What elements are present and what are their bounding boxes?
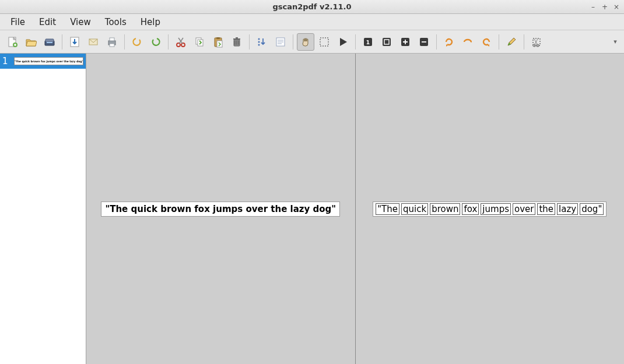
paste-button[interactable] <box>209 33 227 51</box>
zoom-in-button[interactable] <box>397 33 414 51</box>
ocr-layer: "Thequickbrownfoxjumpsoverthelazydog" <box>373 202 607 217</box>
rotate-cw-button[interactable] <box>440 33 458 51</box>
rotate-180-button[interactable] <box>459 33 476 51</box>
svg-point-10 <box>177 43 180 47</box>
zoom-fit-button[interactable] <box>378 33 395 51</box>
svg-point-21 <box>258 41 260 43</box>
menu-view[interactable]: View <box>63 15 98 30</box>
edit-button[interactable] <box>503 33 520 51</box>
cut-button[interactable] <box>172 33 190 51</box>
zoom-100-button[interactable]: 1 <box>359 33 377 51</box>
pan-tool-button[interactable] <box>297 33 314 51</box>
ocr-word[interactable]: jumps <box>481 203 511 215</box>
svg-text:1: 1 <box>366 40 370 45</box>
svg-rect-8 <box>110 38 114 41</box>
ocr-word[interactable]: "The <box>376 203 399 215</box>
scan-button[interactable] <box>41 33 58 51</box>
svg-rect-27 <box>383 38 391 46</box>
svg-rect-19 <box>236 37 238 38</box>
ocr-word[interactable]: fox <box>462 203 479 215</box>
svg-rect-3 <box>45 39 54 42</box>
titlebar: gscan2pdf v2.11.0 – + × <box>0 0 624 14</box>
thumbnail-page-number: 1 <box>2 56 10 66</box>
svg-point-20 <box>258 38 260 40</box>
svg-point-22 <box>258 44 260 45</box>
svg-rect-18 <box>233 38 240 40</box>
close-button[interactable]: × <box>612 3 621 11</box>
image-pane[interactable]: "The quick brown fox jumps over the lazy… <box>86 54 355 364</box>
undo-button[interactable] <box>128 33 146 51</box>
rotate-ccw-button[interactable] <box>478 33 495 51</box>
new-doc-button[interactable] <box>3 33 21 51</box>
viewer: "The quick brown fox jumps over the lazy… <box>86 54 624 364</box>
main-area: 1 "The quick brown fox jumps over the la… <box>0 54 624 364</box>
svg-rect-4 <box>47 42 52 43</box>
svg-rect-9 <box>110 44 114 47</box>
menubar: File Edit View Tools Help <box>0 14 624 30</box>
open-button[interactable] <box>22 33 40 51</box>
menu-tools[interactable]: Tools <box>98 15 134 30</box>
redo-button[interactable] <box>147 33 164 51</box>
menu-file[interactable]: File <box>3 15 32 30</box>
svg-rect-15 <box>216 37 220 39</box>
zoom-out-button[interactable] <box>415 33 433 51</box>
svg-rect-24 <box>320 38 328 46</box>
toolbar-overflow-button[interactable]: ▾ <box>610 38 621 45</box>
ocr-pane[interactable]: "Thequickbrownfoxjumpsoverthelazydog" <box>355 54 625 364</box>
crop-button[interactable] <box>528 33 545 51</box>
window-controls: – + × <box>589 3 621 11</box>
minimize-button[interactable]: – <box>589 3 597 11</box>
svg-point-11 <box>181 43 185 47</box>
copy-button[interactable] <box>191 33 208 51</box>
toolbar: 1 ▾ <box>0 30 624 54</box>
menu-edit[interactable]: Edit <box>32 15 63 30</box>
ocr-word[interactable]: dog" <box>580 203 604 215</box>
thumbnail-sidebar: 1 "The quick brown fox jumps over the la… <box>0 54 86 364</box>
maximize-button[interactable]: + <box>601 3 609 11</box>
ocr-word[interactable]: over <box>513 203 535 215</box>
save-button[interactable] <box>66 33 83 51</box>
thumbnail-preview: "The quick brown fox jumps over the lazy… <box>14 57 83 65</box>
print-button[interactable] <box>103 33 121 51</box>
play-button[interactable] <box>334 33 352 51</box>
select-tool-button[interactable] <box>315 33 333 51</box>
delete-button[interactable] <box>228 33 246 51</box>
ocr-word[interactable]: lazy <box>557 203 578 215</box>
page-image: "The quick brown fox jumps over the lazy… <box>101 202 340 217</box>
menu-help[interactable]: Help <box>134 15 167 30</box>
window-title: gscan2pdf v2.11.0 <box>272 2 351 11</box>
thumbnail-item[interactable]: 1 "The quick brown fox jumps over the la… <box>0 54 86 69</box>
email-button[interactable] <box>85 33 102 51</box>
ocr-word[interactable]: the <box>537 203 555 215</box>
select-all-button[interactable] <box>272 33 289 51</box>
renumber-button[interactable] <box>253 33 271 51</box>
ocr-word[interactable]: brown <box>430 203 460 215</box>
ocr-word[interactable]: quick <box>401 203 428 215</box>
